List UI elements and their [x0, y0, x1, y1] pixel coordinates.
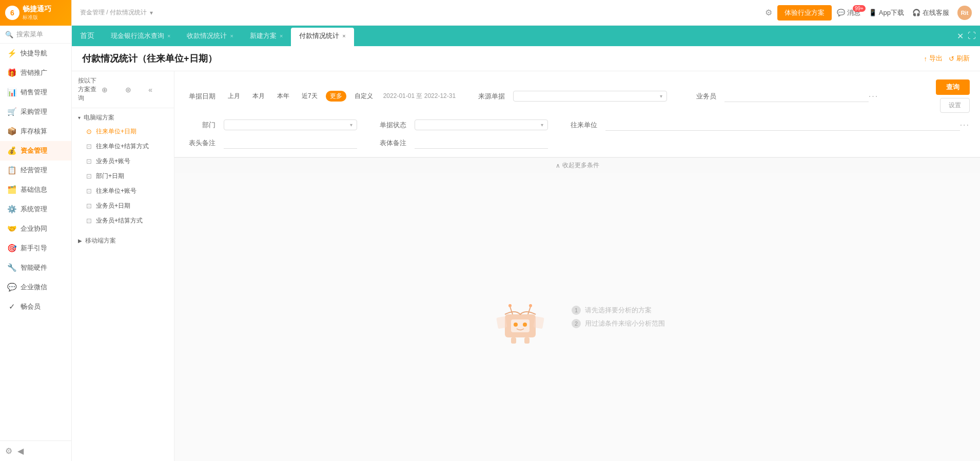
doc-status-select[interactable]: ▾	[415, 119, 548, 130]
user-avatar[interactable]: Rit	[957, 6, 972, 20]
source-select[interactable]: ▾	[513, 91, 667, 102]
date-opt-this-month[interactable]: 本月	[248, 91, 269, 102]
unit-input[interactable]	[605, 119, 960, 131]
top-header: 资金管理 / 付款情况统计 ▾ ⚙ 体验行业方案 💬 消息 99+ 📱 App下…	[72, 0, 980, 26]
date-opt-7days[interactable]: 近7天	[298, 91, 322, 102]
sidebar-item-hardware[interactable]: 🔧 智能硬件	[0, 258, 71, 277]
member-icon: ✓	[7, 302, 16, 311]
scheme-staff-account-icon: ⊡	[86, 157, 92, 165]
scheme-item-label: 往来单位+结算方式	[96, 142, 149, 151]
refresh-button[interactable]: ↺ 刷新	[949, 54, 970, 63]
collapse-chevron-icon: ∧	[556, 162, 560, 169]
scheme-unit-date-icon: ⊙	[86, 128, 92, 135]
scheme-item-staff-account[interactable]: ⊡ 业务员+账号	[72, 154, 174, 169]
refresh-icon: ↺	[949, 55, 954, 63]
empty-hints: 1 请先选择要分析的方案 2 用过滤条件来缩小分析范围	[572, 306, 665, 328]
dept-select[interactable]: ▾	[224, 119, 357, 130]
scheme-panel-header: 按以下方案查询 ⊕ ⊛ «	[72, 71, 174, 108]
date-opt-more[interactable]: 更多	[326, 91, 346, 102]
date-range-text: 2022-01-01 至 2022-12-31	[383, 92, 456, 101]
tab-receipt-stats[interactable]: 收款情况统计 ×	[179, 26, 241, 46]
date-label: 单据日期	[185, 92, 215, 101]
sidebar-search[interactable]: 🔍 搜索菜单	[0, 26, 71, 44]
tab-receipt-stats-close[interactable]: ×	[230, 33, 233, 39]
hint-text-1: 请先选择要分析的方案	[585, 306, 652, 315]
scheme-item-label: 往来单位+账号	[96, 187, 136, 195]
doc-status-arrow-icon: ▾	[541, 122, 543, 128]
sidebar-item-wechat[interactable]: 💬 企业微信	[0, 277, 71, 297]
header-settings-icon[interactable]: ⚙	[765, 8, 772, 17]
scheme-item-staff-date[interactable]: ⊡ 业务员+日期	[72, 198, 174, 213]
sidebar-item-collab[interactable]: 🤝 企业协同	[0, 219, 71, 238]
svg-line-4	[510, 307, 513, 314]
page-area: 付款情况统计（往来单位+日期） ↑ 导出 ↺ 刷新 按以下方案查询 ⊕ ⊛	[72, 46, 980, 461]
scheme-desktop-header[interactable]: ▾ 电脑端方案	[72, 111, 174, 124]
scheme-item-staff-settlement[interactable]: ⊡ 业务员+结算方式	[72, 213, 174, 228]
export-label: 导出	[929, 54, 943, 63]
scheme-mobile-header[interactable]: ▶ 移动端方案	[72, 234, 174, 247]
scheme-item-unit-settlement[interactable]: ⊡ 往来单位+结算方式	[72, 139, 174, 154]
scheme-item-label: 部门+日期	[96, 172, 124, 181]
sidebar-item-quick-nav[interactable]: ⚡ 快捷导航	[0, 44, 71, 63]
trial-button[interactable]: 体验行业方案	[777, 5, 832, 21]
sidebar-item-label: 畅会员	[21, 302, 41, 311]
service-button[interactable]: 🎧 在线客服	[912, 8, 949, 17]
filter-date-options: 上月 本月 本年 近7天 更多 自定义 2022-01-01 至 2022-12…	[224, 91, 456, 102]
sidebar-item-sales[interactable]: 📊 销售管理	[0, 83, 71, 102]
svg-point-5	[508, 304, 512, 307]
content-wrapper: 按以下方案查询 ⊕ ⊛ « ▾ 电脑端方案 ⊙ 往来单位+日期 ⊡	[72, 71, 980, 461]
scheme-desktop-label: 电脑端方案	[84, 113, 114, 122]
date-opt-last-month[interactable]: 上月	[224, 91, 244, 102]
export-button[interactable]: ↑ 导出	[924, 54, 943, 63]
query-button[interactable]: 查询	[936, 79, 970, 95]
breadcrumb-arrow: ▾	[150, 9, 153, 16]
collapse-button[interactable]: ∧ 收起更多条件	[174, 157, 980, 173]
scheme-desktop-group: ▾ 电脑端方案 ⊙ 往来单位+日期 ⊡ 往来单位+结算方式 ⊡ 业务员+账号	[72, 108, 174, 231]
sidebar-settings-btn[interactable]: ⚙	[5, 446, 12, 456]
sidebar-item-capital[interactable]: 💰 资金管理	[0, 141, 71, 161]
staff-input[interactable]	[724, 90, 869, 102]
sidebar-item-purchase[interactable]: 🛒 采购管理	[0, 102, 71, 122]
sidebar-item-guide[interactable]: 🎯 新手引导	[0, 238, 71, 258]
scheme-item-dept-date[interactable]: ⊡ 部门+日期	[72, 169, 174, 184]
scheme-desktop-arrow: ▾	[78, 115, 81, 121]
tab-close-all-btn[interactable]: ✕	[957, 31, 964, 41]
body-note-input[interactable]	[415, 137, 548, 149]
tab-payment-stats[interactable]: 付款情况统计 ×	[291, 28, 354, 46]
staff-dots-icon[interactable]: ···	[869, 92, 878, 101]
unit-dots-icon[interactable]: ···	[960, 121, 970, 130]
tab-payment-stats-close[interactable]: ×	[342, 33, 345, 39]
scheme-settings-icon[interactable]: ⊛	[125, 86, 145, 94]
svg-rect-11	[533, 316, 544, 329]
sidebar-item-label: 智能硬件	[21, 263, 47, 272]
sidebar-item-inventory[interactable]: 📦 库存核算	[0, 122, 71, 141]
scheme-collapse-icon[interactable]: «	[148, 86, 168, 94]
header-note-input[interactable]	[224, 137, 357, 149]
sidebar-item-basic-info[interactable]: 🗂️ 基础信息	[0, 180, 71, 199]
tab-cash-flow[interactable]: 现金银行流水查询 ×	[103, 26, 179, 46]
filter-settings-button[interactable]: 设置	[940, 98, 970, 113]
purchase-icon: 🛒	[7, 107, 16, 116]
body-note-label: 表体备注	[376, 138, 406, 148]
date-opt-this-year[interactable]: 本年	[273, 91, 293, 102]
filter-row-2: 部门 ▾ 单据状态 ▾ 往来单位 ···	[185, 119, 970, 131]
breadcrumb-text: 资金管理 / 付款情况统计	[80, 8, 147, 17]
app-icon: 📱	[869, 9, 877, 16]
scheme-item-unit-account[interactable]: ⊡ 往来单位+账号	[72, 184, 174, 198]
scheme-item-unit-date[interactable]: ⊙ 往来单位+日期	[72, 124, 174, 139]
tab-cash-flow-close[interactable]: ×	[167, 33, 170, 39]
notice-button[interactable]: 💬 消息 99+	[837, 8, 860, 17]
sidebar-item-operations[interactable]: 📋 经营管理	[0, 161, 71, 180]
sidebar-item-system[interactable]: ⚙️ 系统管理	[0, 199, 71, 219]
scheme-add-icon[interactable]: ⊕	[102, 86, 121, 94]
sidebar-collapse-btn[interactable]: ◀	[17, 446, 24, 456]
collab-icon: 🤝	[7, 224, 16, 233]
tab-new-scheme-close[interactable]: ×	[280, 33, 283, 39]
app-download-button[interactable]: 📱 App下载	[869, 8, 904, 17]
sidebar-item-member[interactable]: ✓ 畅会员	[0, 297, 71, 316]
tab-expand-btn[interactable]: ⛶	[968, 31, 976, 41]
tab-new-scheme[interactable]: 新建方案 ×	[242, 26, 291, 46]
sidebar-item-marketing[interactable]: 🎁 营销推广	[0, 63, 71, 83]
tab-home[interactable]: 首页	[72, 26, 103, 46]
date-opt-custom[interactable]: 自定义	[350, 91, 377, 102]
